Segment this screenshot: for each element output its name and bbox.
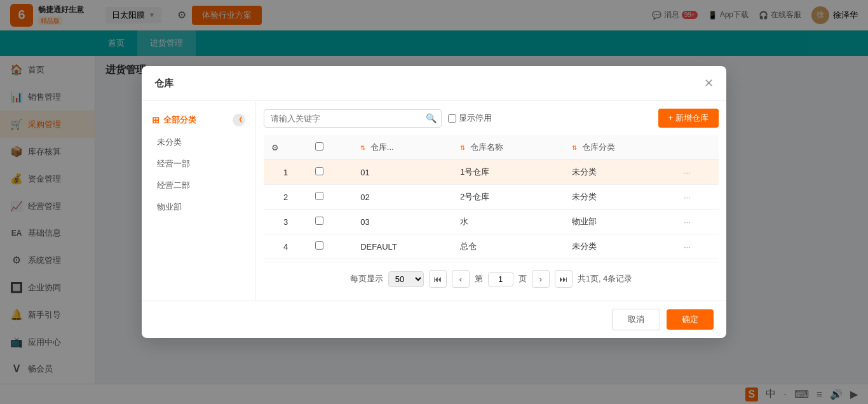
modal-body: ⊞ 全部分类 《 未分类 经营一部 经营二部 物业部 — [142, 101, 726, 300]
sort-icon: ⇅ — [460, 144, 465, 151]
row-checkbox — [308, 210, 353, 234]
category-item-uncategorized[interactable]: 未分类 — [142, 131, 255, 153]
page-label: 第 — [475, 273, 483, 285]
total-info: 共1页, 4条记录 — [578, 273, 633, 285]
category-item-ops1[interactable]: 经营一部 — [142, 153, 255, 175]
row-num: 4 — [264, 234, 308, 259]
table-panel: 🔍 显示停用 + 新增仓库 ⚙ — [256, 101, 726, 300]
pagination-bar: 每页显示 50 100 ⏮ ‹ 第 页 › ⏭ 共1页, 4条记录 — [264, 262, 719, 293]
th-name: ⇅ 仓库名称 — [452, 135, 564, 160]
table-container: ⚙ ⇅ 仓库... ⇅ — [264, 135, 719, 259]
table-header-row: ⚙ ⇅ 仓库... ⇅ — [264, 135, 719, 160]
row-checkbox — [308, 234, 353, 259]
table-row[interactable]: 2 02 2号仓库 未分类 ··· — [264, 185, 719, 210]
row-more: ··· — [676, 185, 719, 210]
search-icon[interactable]: 🔍 — [426, 113, 437, 123]
row-code: DEFAULT — [353, 234, 452, 259]
row-code: 03 — [353, 210, 452, 234]
show-disabled-wrap: 显示停用 — [448, 112, 492, 124]
select-all-checkbox[interactable] — [315, 142, 323, 151]
row-name: 1号仓库 — [452, 160, 564, 185]
all-categories-label: 全部分类 — [163, 114, 196, 126]
first-page-button[interactable]: ⏮ — [429, 270, 447, 288]
collapse-button[interactable]: 《 — [233, 114, 245, 126]
search-input[interactable] — [264, 109, 442, 128]
show-disabled-checkbox[interactable] — [448, 114, 456, 123]
row-category: 未分类 — [564, 234, 676, 259]
th-code: ⇅ 仓库... — [353, 135, 452, 160]
table-row[interactable]: 4 DEFAULT 总仓 未分类 ··· — [264, 234, 719, 259]
modal-close-button[interactable]: ✕ — [704, 76, 714, 90]
sort-icon: ⇅ — [360, 144, 365, 151]
row-name: 2号仓库 — [452, 185, 564, 210]
cancel-button[interactable]: 取消 — [612, 309, 660, 330]
row-num: 3 — [264, 210, 308, 234]
row-more: ··· — [676, 210, 719, 234]
row-more: ··· — [676, 234, 719, 259]
th-checkbox — [308, 135, 353, 160]
row-code: 01 — [353, 160, 452, 185]
next-page-button[interactable]: › — [532, 270, 550, 288]
row-name: 水 — [452, 210, 564, 234]
add-warehouse-button[interactable]: + 新增仓库 — [658, 109, 719, 128]
prev-page-button[interactable]: ‹ — [452, 270, 470, 288]
last-page-button[interactable]: ⏭ — [555, 270, 573, 288]
search-input-wrap: 🔍 — [264, 109, 442, 128]
table-row[interactable]: 1 01 1号仓库 未分类 ··· — [264, 160, 719, 185]
row-more-button[interactable]: ··· — [684, 192, 691, 202]
row-code: 02 — [353, 185, 452, 210]
grid-icon: ⊞ — [152, 115, 159, 125]
row-more-button[interactable]: ··· — [684, 242, 691, 252]
sort-icon: ⇅ — [572, 144, 577, 151]
all-categories-button[interactable]: ⊞ 全部分类 《 — [142, 109, 255, 131]
th-actions — [676, 135, 719, 160]
modal-header: 仓库 ✕ — [142, 66, 726, 101]
table-toolbar: 🔍 显示停用 + 新增仓库 — [264, 109, 719, 128]
row-more-button[interactable]: ··· — [684, 168, 691, 177]
row-name: 总仓 — [452, 234, 564, 259]
category-panel: ⊞ 全部分类 《 未分类 经营一部 经营二部 物业部 — [142, 101, 256, 300]
row-num: 1 — [264, 160, 308, 185]
th-category: ⇅ 仓库分类 — [564, 135, 676, 160]
confirm-button[interactable]: 确定 — [667, 309, 714, 330]
row-more-button[interactable]: ··· — [684, 217, 691, 227]
row-category: 未分类 — [564, 185, 676, 210]
per-page-select[interactable]: 50 100 — [388, 271, 424, 287]
page-unit-label: 页 — [519, 273, 527, 285]
category-item-ops2[interactable]: 经营二部 — [142, 175, 255, 196]
warehouse-tbody: 1 01 1号仓库 未分类 ··· 2 02 2号仓库 未分类 ··· 3 03… — [264, 160, 719, 259]
row-checkbox — [308, 160, 353, 185]
modal-title: 仓库 — [154, 77, 173, 90]
modal-overlay: 仓库 ✕ ⊞ 全部分类 《 未分类 经营一部 经营二部 — [0, 0, 868, 404]
page-number-input[interactable] — [488, 272, 513, 286]
per-page-label: 每页显示 — [350, 273, 383, 285]
modal-footer: 取消 确定 — [142, 300, 726, 338]
table-row[interactable]: 3 03 水 物业部 ··· — [264, 210, 719, 234]
warehouse-table: ⚙ ⇅ 仓库... ⇅ — [264, 135, 719, 259]
th-settings: ⚙ — [264, 135, 308, 160]
row-category: 未分类 — [564, 160, 676, 185]
settings-icon[interactable]: ⚙ — [271, 143, 279, 152]
category-item-property[interactable]: 物业部 — [142, 196, 255, 218]
show-disabled-label: 显示停用 — [459, 112, 492, 124]
row-more: ··· — [676, 160, 719, 185]
row-checkbox — [308, 185, 353, 210]
row-num: 2 — [264, 185, 308, 210]
warehouse-modal: 仓库 ✕ ⊞ 全部分类 《 未分类 经营一部 经营二部 — [142, 66, 726, 338]
row-category: 物业部 — [564, 210, 676, 234]
